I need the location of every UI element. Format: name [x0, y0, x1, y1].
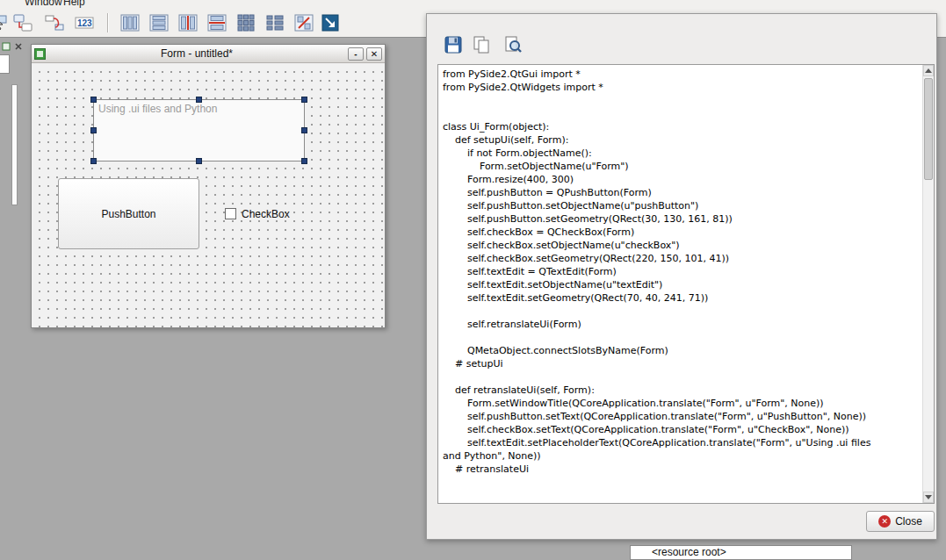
widget-box-scrollbar-fragment[interactable] [11, 84, 18, 205]
layout-form-icon [265, 13, 285, 32]
copy-button[interactable] [469, 32, 493, 56]
scrollbar-thumb[interactable] [924, 78, 933, 180]
code-editor[interactable]: from PySide2.QtGui import * from PySide2… [437, 64, 935, 504]
close-button-label: Close [895, 515, 922, 528]
edit-widgets-icon [0, 13, 8, 32]
layout-horizontal-icon [120, 13, 140, 32]
selection-handle-ne[interactable] [301, 97, 307, 103]
edit-signals-slots-button[interactable] [11, 11, 35, 35]
toolbar-separator [107, 13, 108, 32]
copy-icon [472, 35, 491, 54]
resource-root-item[interactable]: <resource root> [652, 546, 726, 558]
form-window-icon [34, 48, 46, 60]
form-window: Form - untitled* - ✕ Using .ui files and… [31, 44, 386, 328]
scroll-down-button[interactable] [923, 492, 934, 503]
adjust-size-button[interactable] [318, 11, 343, 35]
selection-handle-w[interactable] [90, 127, 97, 133]
edit-signals-slots-icon [13, 13, 32, 32]
selection-handle-s[interactable] [196, 158, 202, 164]
layout-horizontal-splitter-icon [178, 13, 198, 32]
form-minimize-button[interactable]: - [348, 47, 364, 61]
selection-handle-n[interactable] [196, 97, 202, 103]
float-icon [2, 42, 11, 51]
find-button[interactable] [501, 32, 524, 56]
close-button[interactable]: ✕ Close [866, 511, 935, 532]
form-canvas[interactable]: Using .ui files and Python PushButton Ch… [32, 64, 385, 327]
menu-item-help[interactable]: Help [63, 0, 85, 8]
svg-text:123: 123 [77, 18, 92, 28]
checkbox-indicator[interactable] [225, 208, 236, 219]
layout-vertical-splitter-button[interactable] [205, 11, 229, 35]
save-button[interactable] [441, 32, 465, 56]
view-code-dialog: from PySide2.QtGui import * from PySide2… [426, 13, 937, 540]
layout-horizontal-splitter-button[interactable] [176, 11, 200, 35]
close-circle-icon: ✕ [878, 515, 891, 528]
code-text: from PySide2.QtGui import * from PySide2… [438, 65, 921, 503]
form-close-button[interactable]: ✕ [366, 47, 382, 61]
textedit-widget[interactable]: Using .ui files and Python [93, 99, 305, 162]
adjust-size-icon [321, 13, 340, 32]
code-vertical-scrollbar[interactable] [922, 65, 934, 503]
textedit-placeholder: Using .ui files and Python [94, 100, 304, 118]
layout-vertical-button[interactable] [147, 11, 171, 35]
break-layout-button[interactable] [292, 11, 316, 35]
widget-box-fragment [0, 54, 10, 74]
save-icon [444, 35, 463, 54]
close-icon [14, 42, 23, 51]
qt-designer-window: Window Help 1 [0, 0, 946, 560]
edit-buddies-button[interactable] [42, 11, 67, 35]
form-titlebar[interactable]: Form - untitled* - ✕ [32, 45, 385, 63]
selection-handle-se[interactable] [301, 158, 307, 164]
selection-handle-nw[interactable] [90, 97, 97, 103]
find-icon [503, 35, 523, 54]
layout-grid-icon [236, 13, 256, 32]
layout-grid-button[interactable] [234, 11, 258, 35]
selection-handle-e[interactable] [301, 127, 307, 133]
dock-float-button[interactable] [1, 41, 11, 52]
edit-tab-order-button[interactable]: 123 [72, 11, 97, 35]
selection-handle-sw[interactable] [90, 158, 97, 164]
triangle-up-icon [925, 68, 932, 73]
edit-widgets-button[interactable] [0, 11, 11, 35]
menu-item-window[interactable]: Window [25, 0, 62, 8]
layout-vertical-icon [149, 13, 169, 32]
checkbox-widget[interactable]: CheckBox [225, 196, 314, 232]
break-layout-icon [294, 13, 314, 32]
edit-tab-order-icon: 123 [75, 13, 94, 32]
menubar: Window Help [0, 0, 946, 9]
dock-close-button[interactable] [13, 41, 24, 52]
pushbutton-widget[interactable]: PushButton [58, 178, 199, 249]
resource-browser-fragment: <resource root> [630, 545, 852, 560]
scroll-up-button[interactable] [923, 65, 934, 76]
layout-form-button[interactable] [263, 11, 287, 35]
form-window-title: Form - untitled* [48, 47, 345, 60]
layout-vertical-splitter-icon [207, 13, 227, 32]
edit-buddies-icon [45, 13, 64, 32]
layout-horizontal-button[interactable] [118, 11, 142, 35]
checkbox-label: CheckBox [242, 208, 290, 220]
triangle-down-icon [925, 495, 932, 499]
